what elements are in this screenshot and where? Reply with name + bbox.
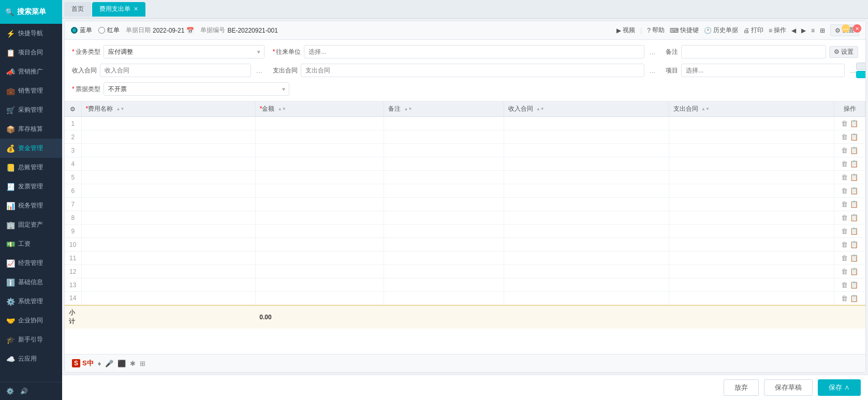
row-income-contract-1[interactable]	[504, 117, 669, 130]
row-income-contract-8[interactable]	[504, 211, 669, 225]
copy-icon-9[interactable]: 📋	[850, 227, 858, 235]
sidebar-item-accounting[interactable]: 📒总账管理	[0, 158, 62, 177]
row-expense-name-9[interactable]	[81, 225, 255, 238]
sort-icon-remark[interactable]: ▲▼	[404, 107, 413, 111]
delete-icon-6[interactable]: 🗑	[841, 187, 848, 195]
copy-icon-1[interactable]: 📋	[850, 120, 858, 127]
row-expense-contract-12[interactable]	[669, 265, 834, 278]
delete-icon-10[interactable]: 🗑	[841, 241, 848, 248]
sidebar-item-corp-collab[interactable]: 🤝企业协同	[0, 311, 62, 330]
copy-icon-2[interactable]: 📋	[850, 133, 858, 141]
copy-icon-11[interactable]: 📋	[850, 254, 858, 262]
invoice-type-select[interactable]: 不开票 增值税普通发票 增值税专用发票	[104, 82, 289, 96]
row-amount-8[interactable]	[255, 211, 384, 225]
row-remark-3[interactable]	[384, 144, 504, 157]
row-remark-13[interactable]	[384, 278, 504, 292]
row-expense-contract-6[interactable]	[669, 184, 834, 198]
feedback-tab[interactable]: 反	[856, 71, 866, 78]
discard-button[interactable]: 放弃	[724, 379, 759, 396]
row-income-contract-7[interactable]	[504, 198, 669, 211]
row-expense-name-6[interactable]	[81, 184, 255, 198]
sidebar-item-marketing[interactable]: 📣营销推广	[0, 62, 62, 81]
row-remark-11[interactable]	[384, 251, 504, 265]
attachment-tab[interactable]: 附	[856, 63, 866, 70]
row-amount-2[interactable]	[255, 130, 384, 144]
row-amount-3[interactable]	[255, 144, 384, 157]
sidebar-item-sales-mgmt[interactable]: 💼销售管理	[0, 81, 62, 100]
nav-prev[interactable]: ◀	[791, 27, 796, 34]
delete-icon-13[interactable]: 🗑	[841, 281, 848, 289]
row-income-contract-10[interactable]	[504, 238, 669, 251]
row-amount-13[interactable]	[255, 278, 384, 292]
row-expense-name-14[interactable]	[81, 292, 255, 305]
copy-icon-4[interactable]: 📋	[850, 160, 858, 168]
row-expense-contract-14[interactable]	[669, 292, 834, 305]
row-amount-11[interactable]	[255, 251, 384, 265]
row-expense-contract-8[interactable]	[669, 211, 834, 225]
sidebar-item-ops-mgmt[interactable]: 📈经营管理	[0, 254, 62, 273]
delete-icon-8[interactable]: 🗑	[841, 214, 848, 221]
sidebar-item-quick-nav[interactable]: ⚡快捷导航	[0, 24, 62, 43]
sidebar-item-purchase-mgmt[interactable]: 🛒采购管理	[0, 100, 62, 120]
expense-contract-input[interactable]	[301, 64, 644, 77]
copy-icon-10[interactable]: 📋	[850, 241, 858, 248]
row-remark-9[interactable]	[384, 225, 504, 238]
footer-icon-4[interactable]: ✱	[130, 360, 136, 367]
calendar-icon[interactable]: 📅	[186, 27, 194, 34]
sidebar-item-fixed-assets[interactable]: 🏢固定资产	[0, 215, 62, 234]
row-amount-6[interactable]	[255, 184, 384, 198]
sort-icon-expense[interactable]: ▲▼	[116, 107, 125, 111]
delete-icon-7[interactable]: 🗑	[841, 200, 848, 208]
row-expense-name-1[interactable]	[81, 117, 255, 130]
save-draft-button[interactable]: 保存草稿	[764, 379, 813, 396]
view-list[interactable]: ≡	[811, 27, 815, 34]
copy-icon-14[interactable]: 📋	[850, 294, 858, 302]
delete-icon-5[interactable]: 🗑	[841, 173, 848, 181]
settings-icon[interactable]: ⚙️	[6, 388, 14, 395]
business-type-select[interactable]: 应付调整 应收调整 其他	[104, 45, 264, 58]
row-income-contract-12[interactable]	[504, 265, 669, 278]
shortcut-action[interactable]: ⌨ 快捷键	[670, 26, 699, 35]
operation-action[interactable]: ≡ 操作	[769, 26, 786, 35]
remark-input[interactable]	[681, 45, 826, 58]
red-radio[interactable]	[98, 27, 105, 34]
row-expense-contract-11[interactable]	[669, 251, 834, 265]
delete-icon-2[interactable]: 🗑	[841, 133, 848, 141]
row-expense-name-8[interactable]	[81, 211, 255, 225]
row-amount-12[interactable]	[255, 265, 384, 278]
nav-next[interactable]: ▶	[801, 27, 806, 34]
copy-icon-12[interactable]: 📋	[850, 268, 858, 275]
delete-icon-9[interactable]: 🗑	[841, 227, 848, 235]
income-contract-input[interactable]	[100, 64, 251, 77]
row-amount-14[interactable]	[255, 292, 384, 305]
row-expense-contract-3[interactable]	[669, 144, 834, 157]
project-input[interactable]	[681, 64, 845, 77]
row-income-contract-4[interactable]	[504, 157, 669, 171]
tab-expense-bill[interactable]: 费用支出单✕	[92, 2, 145, 17]
number-value[interactable]: BE-20220921-001	[227, 27, 277, 34]
view-grid[interactable]: ⊞	[820, 27, 825, 34]
expense-contract-dots[interactable]: ...	[648, 66, 658, 75]
row-amount-4[interactable]	[255, 157, 384, 171]
row-expense-contract-9[interactable]	[669, 225, 834, 238]
row-expense-contract-4[interactable]	[669, 157, 834, 171]
row-expense-contract-10[interactable]	[669, 238, 834, 251]
col-gear[interactable]: ⚙	[65, 101, 81, 117]
row-expense-contract-2[interactable]	[669, 130, 834, 144]
sort-icon-expense-contract[interactable]: ▲▼	[701, 107, 710, 111]
row-remark-14[interactable]	[384, 292, 504, 305]
copy-icon-3[interactable]: 📋	[850, 146, 858, 154]
row-remark-2[interactable]	[384, 130, 504, 144]
save-button[interactable]: 保存 ∧	[818, 379, 861, 396]
row-expense-name-5[interactable]	[81, 171, 255, 184]
row-expense-name-2[interactable]	[81, 130, 255, 144]
tab-close-expense-bill[interactable]: ✕	[134, 6, 138, 12]
sort-icon-amount[interactable]: ▲▼	[278, 107, 286, 111]
row-expense-name-3[interactable]	[81, 144, 255, 157]
footer-icon-5[interactable]: ⊞	[140, 360, 145, 367]
sidebar-item-basic-info[interactable]: ℹ️基础信息	[0, 273, 62, 292]
row-income-contract-9[interactable]	[504, 225, 669, 238]
history-action[interactable]: 🕐 历史单据	[704, 26, 738, 35]
partner-input[interactable]	[304, 45, 644, 58]
row-income-contract-14[interactable]	[504, 292, 669, 305]
